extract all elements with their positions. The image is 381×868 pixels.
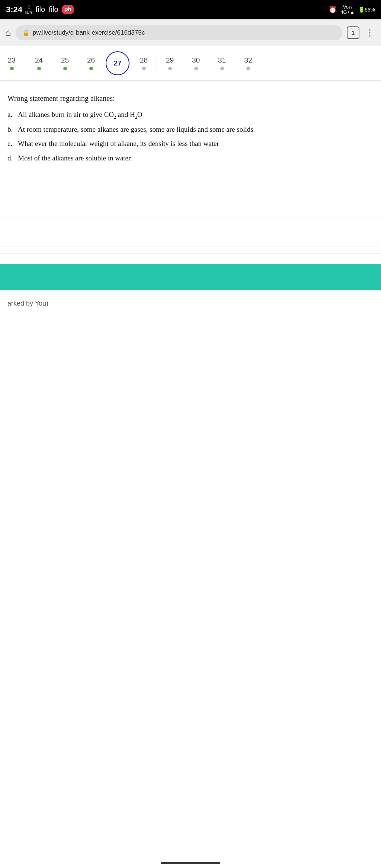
q-num-32: 32 — [244, 56, 252, 64]
option-b[interactable]: b. At room temperature, some alkanes are… — [7, 124, 374, 135]
q-nav-item-24[interactable]: 24 — [26, 55, 52, 72]
option-text-d: Most of the alkanes are soluble in water… — [18, 153, 374, 164]
battery-indicator: 🔋66% — [358, 7, 375, 13]
q-nav-item-26[interactable]: 26 — [78, 55, 104, 72]
q-num-24: 24 — [35, 56, 43, 64]
status-right: ⏰ Vo∩4G+▲ 🔋66% — [329, 4, 375, 15]
q-dot-30 — [194, 67, 198, 70]
q-nav-item-30[interactable]: 30 — [183, 55, 209, 72]
q-num-23: 23 — [8, 56, 16, 64]
q-dot-23 — [10, 67, 14, 70]
answer-slot-1 — [0, 188, 381, 210]
option-d[interactable]: d. Most of the alkanes are soluble in wa… — [7, 153, 374, 164]
option-c[interactable]: c. What ever the molecular weight of alk… — [7, 138, 374, 149]
option-label-d: d. — [7, 153, 15, 164]
q-num-28: 28 — [140, 56, 148, 64]
q-dot-26 — [89, 67, 93, 70]
status-bar: 3:24 0 kB/s filo filo ph ⏰ Vo∩4G+▲ 🔋66% — [0, 0, 381, 19]
q-num-26: 26 — [87, 56, 95, 64]
home-bar-container — [0, 858, 381, 868]
status-left: 3:24 0 kB/s filo filo ph — [6, 5, 74, 15]
option-label-b: b. — [7, 124, 15, 135]
option-text-c: What ever the molecular weight of alkane… — [18, 138, 374, 149]
url-bar[interactable]: 🔒 pw.live/study/q-bank-exercise/616d375c — [16, 25, 342, 40]
network-info: Vo∩4G+▲ — [340, 4, 355, 15]
q-num-27: 27 — [113, 59, 121, 67]
app-name-2: filo — [49, 5, 58, 14]
q-dot-32 — [246, 67, 250, 70]
answer-slot-2 — [0, 224, 381, 246]
q-dot-25 — [63, 67, 67, 70]
divider-2 — [0, 217, 381, 217]
lock-icon: 🔒 — [22, 29, 30, 36]
divider-1 — [0, 181, 381, 181]
submit-button[interactable] — [0, 264, 381, 290]
question-content: Wrong statement regarding alkanes: a. Al… — [0, 81, 381, 174]
q-dot-24 — [37, 67, 41, 70]
status-apps: filo filo ph — [36, 5, 74, 14]
home-bar — [161, 862, 220, 864]
q-dot-31 — [220, 67, 224, 70]
question-title: Wrong statement regarding alkanes: — [7, 92, 374, 105]
submit-btn-container — [0, 260, 381, 294]
marked-label: arked by You) — [0, 294, 381, 313]
option-label-c: c. — [7, 138, 15, 149]
question-nav-strip: 23 24 25 26 27 28 29 30 31 32 — [0, 46, 381, 81]
option-a[interactable]: a. All alkanes burn in air to give CO2 a… — [7, 109, 374, 121]
home-button[interactable]: ⌂ — [5, 27, 11, 38]
divider-3 — [0, 253, 381, 253]
option-text-a: All alkanes burn in air to give CO2 and … — [18, 109, 374, 121]
q-nav-item-29[interactable]: 29 — [157, 55, 183, 72]
q-num-29: 29 — [166, 56, 174, 64]
alarm-icon: ⏰ — [329, 6, 337, 14]
app-name-1: filo — [36, 5, 45, 14]
empty-area — [0, 313, 381, 648]
q-nav-item-32[interactable]: 32 — [235, 55, 261, 72]
options-list: a. All alkanes burn in air to give CO2 a… — [7, 109, 374, 164]
q-nav-item-25[interactable]: 25 — [52, 55, 78, 72]
browser-menu-icon[interactable]: ⋮ — [364, 28, 376, 38]
option-label-a: a. — [7, 109, 15, 120]
app-badge: ph — [62, 5, 74, 14]
kb-unit: kB/s — [25, 10, 32, 15]
q-nav-item-27[interactable]: 27 — [106, 51, 129, 75]
marked-label-text: arked by You) — [7, 300, 48, 307]
q-nav-item-28[interactable]: 28 — [131, 55, 157, 72]
q-dot-29 — [168, 67, 172, 70]
q-nav-item-31[interactable]: 31 — [209, 55, 235, 72]
q-nav-item-23[interactable]: 23 — [0, 55, 26, 72]
status-time: 3:24 — [6, 5, 22, 15]
status-kb: 0 kB/s — [25, 5, 32, 15]
q-num-31: 31 — [218, 56, 226, 64]
browser-bar: ⌂ 🔒 pw.live/study/q-bank-exercise/616d37… — [0, 19, 381, 46]
kb-num: 0 — [28, 5, 31, 10]
q-num-25: 25 — [61, 56, 69, 64]
q-dot-28 — [142, 67, 146, 70]
option-text-b: At room temperature, some alkanes are ga… — [18, 124, 374, 135]
url-text: pw.live/study/q-bank-exercise/616d375c — [33, 29, 145, 36]
q-num-30: 30 — [192, 56, 200, 64]
tab-count[interactable]: 1 — [347, 26, 359, 39]
